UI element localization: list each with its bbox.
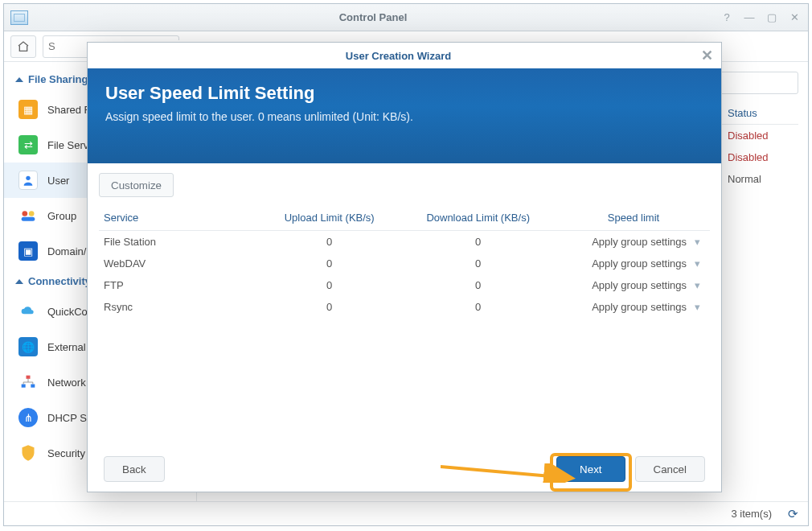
speed-limit-value: Apply group settings (592, 301, 687, 313)
maximize-icon[interactable]: ▢ (765, 10, 779, 25)
cell-upload: 0 (260, 253, 399, 274)
modal-hero: User Speed Limit Setting Assign speed li… (88, 68, 721, 163)
help-icon[interactable]: ? (720, 10, 734, 25)
svg-rect-6 (22, 385, 26, 388)
sidebar-item-label: Group (47, 210, 76, 222)
sidebar-item-label: Security (47, 447, 85, 459)
speed-limit-table: Service Upload Limit (KB/s) Download Lim… (99, 205, 710, 318)
domain-icon: ▣ (18, 241, 38, 261)
speed-limit-dropdown[interactable]: Apply group settings▾ (562, 236, 705, 248)
file-services-icon: ⇄ (18, 135, 38, 154)
modal-heading: User Speed Limit Setting (105, 83, 703, 104)
customize-button[interactable]: Customize (99, 173, 174, 197)
modal-titlebar: User Creation Wizard ✕ (88, 43, 721, 68)
cancel-button[interactable]: Cancel (635, 456, 706, 482)
dhcp-icon: ⋔ (18, 408, 38, 427)
chevron-up-icon (15, 77, 23, 82)
group-icon (18, 206, 38, 225)
cell-service: File Station (99, 231, 260, 253)
svg-point-2 (23, 211, 28, 216)
cell-service: Rsync (99, 296, 260, 318)
col-status[interactable]: Status (721, 102, 798, 125)
modal-footer: Back Next Cancel (88, 447, 721, 492)
cell-download: 0 (399, 274, 557, 296)
table-row: File Station00Apply group settings▾ (99, 231, 710, 253)
svg-point-3 (29, 211, 35, 216)
sidebar-item-label: Network (47, 377, 86, 389)
next-button[interactable]: Next (556, 456, 625, 482)
speed-limit-dropdown[interactable]: Apply group settings▾ (562, 301, 705, 313)
chevron-down-icon: ▾ (695, 236, 700, 248)
table-row: WebDAV00Apply group settings▾ (99, 253, 710, 274)
speed-limit-value: Apply group settings (592, 236, 687, 248)
chevron-down-icon: ▾ (695, 301, 700, 313)
speed-limit-dropdown[interactable]: Apply group settings▾ (562, 257, 705, 270)
close-icon[interactable]: ✕ (787, 10, 802, 25)
cell-download: 0 (399, 253, 557, 274)
folder-icon: ▦ (18, 100, 38, 119)
col-speed[interactable]: Speed limit (557, 205, 710, 231)
back-button[interactable]: Back (104, 456, 165, 482)
cell-service: FTP (99, 274, 260, 296)
cloud-icon (18, 302, 38, 321)
user-creation-wizard: User Creation Wizard ✕ User Speed Limit … (87, 42, 722, 492)
shield-icon (18, 443, 38, 463)
titlebar: Control Panel ? — ▢ ✕ (4, 4, 808, 31)
col-download[interactable]: Download Limit (KB/s) (399, 205, 557, 231)
cell-download: 0 (399, 231, 557, 253)
svg-rect-5 (27, 376, 31, 379)
window-title: Control Panel (35, 11, 712, 23)
home-button[interactable] (10, 35, 36, 58)
modal-subheading: Assign speed limit to the user. 0 means … (105, 110, 703, 123)
statusbar: 3 item(s) ⟳ (4, 501, 808, 525)
user-icon (18, 171, 38, 190)
speed-limit-value: Apply group settings (592, 279, 687, 291)
cell-upload: 0 (260, 231, 399, 253)
svg-point-1 (26, 176, 30, 180)
minimize-icon[interactable]: — (742, 10, 757, 25)
svg-rect-4 (22, 217, 35, 221)
chevron-up-icon (15, 279, 23, 284)
svg-rect-7 (31, 385, 35, 388)
chevron-down-icon: ▾ (695, 257, 700, 270)
table-row: FTP00Apply group settings▾ (99, 274, 710, 296)
sidebar-item-label: User (47, 175, 69, 187)
modal-title: User Creation Wizard (96, 50, 701, 62)
refresh-icon[interactable]: ⟳ (788, 507, 798, 521)
network-icon (18, 373, 38, 392)
cell-service: WebDAV (99, 253, 260, 274)
chevron-down-icon: ▾ (695, 279, 700, 291)
modal-body: Customize Service Upload Limit (KB/s) Do… (88, 163, 721, 447)
globe-icon: 🌐 (18, 337, 38, 356)
app-icon (10, 10, 28, 25)
table-row: Rsync00Apply group settings▾ (99, 296, 710, 318)
cell-download: 0 (399, 296, 557, 318)
cell-upload: 0 (260, 274, 399, 296)
col-upload[interactable]: Upload Limit (KB/s) (260, 205, 399, 231)
modal-close-icon[interactable]: ✕ (701, 47, 713, 64)
cell-upload: 0 (260, 296, 399, 318)
item-count: 3 item(s) (731, 508, 772, 520)
speed-limit-value: Apply group settings (592, 257, 687, 270)
col-service[interactable]: Service (99, 205, 260, 231)
speed-limit-dropdown[interactable]: Apply group settings▾ (562, 279, 705, 291)
